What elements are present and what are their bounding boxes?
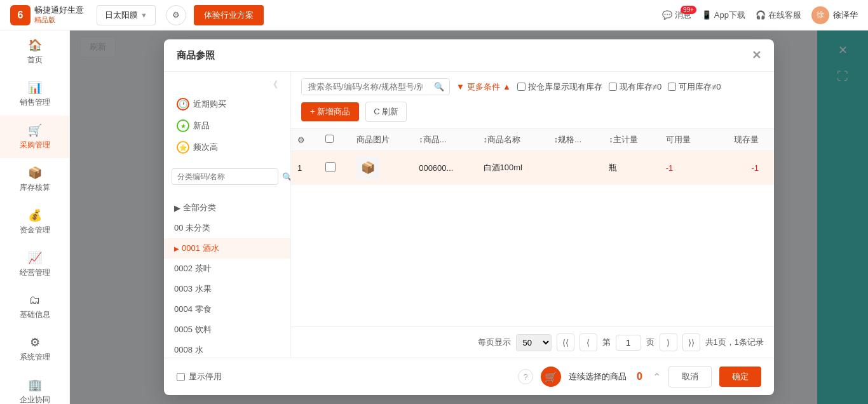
cart-button[interactable]: 🛒 bbox=[541, 367, 561, 387]
col-stock: 现存量 bbox=[710, 129, 774, 151]
more-filter-button[interactable]: ▼ 更多条件 ▲ bbox=[456, 81, 511, 93]
quick-filter-recent[interactable]: 🕐 近期购买 bbox=[172, 93, 283, 115]
confirm-button[interactable]: 确定 bbox=[719, 367, 761, 387]
show-disabled-checkbox[interactable]: 显示停用 bbox=[177, 371, 222, 382]
cat-item-tea[interactable]: 0002 茶叶 bbox=[164, 259, 290, 279]
category-search-icon[interactable]: 🔍 bbox=[282, 172, 291, 182]
cat-item-uncategorized[interactable]: 00 未分类 bbox=[164, 218, 290, 238]
row-image: 📦 bbox=[350, 151, 412, 185]
quick-filter-frequent[interactable]: ⭐ 频次高 bbox=[172, 137, 283, 158]
notification-badge: 99+ bbox=[681, 6, 696, 14]
row-unit: 瓶 bbox=[602, 151, 659, 185]
row-name: 白酒100ml bbox=[477, 151, 548, 185]
system-icon: ⚙ bbox=[30, 335, 40, 349]
sidebar-item-home[interactable]: 🏠 首页 bbox=[0, 30, 69, 73]
show-disabled-input[interactable] bbox=[177, 373, 185, 381]
cat-label-0005: 0005 饮料 bbox=[174, 324, 212, 335]
quick-filter-new[interactable]: ★ 新品 bbox=[172, 115, 283, 137]
enterprise-icon: 🏢 bbox=[28, 378, 42, 392]
product-search-input[interactable] bbox=[302, 79, 429, 95]
nav-selector[interactable]: 日太阳膜 ▼ bbox=[97, 5, 156, 25]
refresh-button[interactable]: C 刷新 bbox=[365, 102, 407, 122]
sidebar-label-home: 首页 bbox=[27, 55, 43, 65]
prev-page-button[interactable]: ⟨ bbox=[580, 333, 597, 351]
per-page-select[interactable]: 10 20 50 100 bbox=[516, 334, 552, 351]
sidebar-item-enterprise[interactable]: 🏢 企业协同 bbox=[0, 370, 69, 404]
next-page-button[interactable]: ⟩ bbox=[660, 333, 677, 351]
cart-label: 连续选择的商品 bbox=[569, 371, 627, 382]
page-input[interactable] bbox=[616, 335, 641, 351]
collapse-footer-button[interactable]: ⌃ bbox=[653, 371, 661, 383]
sidebar-item-purchase[interactable]: 🛒 采购管理 bbox=[0, 116, 69, 158]
col-name[interactable]: ↕商品名称 bbox=[477, 129, 548, 151]
online-service-button[interactable]: 🎧 在线客服 bbox=[756, 10, 801, 21]
modal-body: 《 🕐 近期购买 ★ 新品 ⭐ 频次高 bbox=[164, 72, 774, 358]
checkbox-available-input[interactable] bbox=[668, 83, 676, 91]
add-product-button[interactable]: + 新增商品 bbox=[301, 102, 359, 121]
row-checkbox[interactable] bbox=[319, 151, 350, 185]
user-menu[interactable]: 徐 徐泽华 bbox=[811, 6, 858, 24]
app-download-button[interactable]: 📱 App下载 bbox=[702, 10, 745, 21]
new-label: 新品 bbox=[193, 120, 210, 131]
modal-header: 商品参照 ✕ bbox=[164, 39, 774, 72]
sidebar-item-inventory[interactable]: 📦 库存核算 bbox=[0, 158, 69, 201]
cat-label-0002: 0002 茶叶 bbox=[174, 263, 212, 274]
app-download-label: App下载 bbox=[714, 10, 745, 21]
cat-arrow-icon: ▶ bbox=[174, 245, 179, 252]
help-button[interactable]: ? bbox=[518, 369, 533, 384]
cat-label-0001: 0001 酒水 bbox=[182, 243, 219, 254]
modal-right-panel: 🔍 ▼ 更多条件 ▲ 按仓库显示现有库存 bbox=[291, 72, 774, 358]
page-label: 第 bbox=[602, 337, 611, 348]
cat-item-beverage[interactable]: 0005 饮料 bbox=[164, 320, 290, 340]
cat-item-fruit[interactable]: 0003 水果 bbox=[164, 279, 290, 299]
sidebar-item-finance[interactable]: 💰 资金管理 bbox=[0, 201, 69, 243]
sidebar-item-basic-info[interactable]: 🗂 基础信息 bbox=[0, 286, 69, 328]
sidebar-label-basic: 基础信息 bbox=[20, 309, 50, 320]
select-all-checkbox[interactable] bbox=[325, 135, 334, 143]
cancel-button[interactable]: 取消 bbox=[668, 366, 712, 387]
table-header: ⚙ 商品图片 ↕商品... ↕商品名称 ↕规格... ↕主计量 可用量 现存量 bbox=[291, 129, 774, 151]
col-image: 商品图片 bbox=[350, 129, 412, 151]
modal-close-button[interactable]: ✕ bbox=[752, 48, 761, 62]
checkbox-warehouse-input[interactable] bbox=[517, 83, 526, 91]
edition-label: 精品版 bbox=[34, 15, 84, 25]
col-settings[interactable]: ⚙ bbox=[291, 129, 319, 151]
experience-button[interactable]: 体验行业方案 bbox=[194, 5, 264, 25]
service-label: 在线客服 bbox=[768, 10, 801, 21]
page-suffix: 页 bbox=[646, 337, 654, 348]
cat-item-water[interactable]: 0008 水 bbox=[164, 340, 290, 358]
sidebar-label-purchase: 采购管理 bbox=[20, 140, 50, 151]
table-row[interactable]: 1 📦 000600... 白酒100ml 瓶 -1 bbox=[291, 151, 774, 185]
collapse-left-button[interactable]: 《 bbox=[269, 79, 278, 91]
sidebar-label-enterprise: 企业协同 bbox=[20, 394, 50, 404]
col-checkbox[interactable] bbox=[319, 129, 350, 151]
message-button[interactable]: 💬 消息 99+ bbox=[662, 10, 691, 21]
category-search-input[interactable] bbox=[172, 168, 278, 185]
last-page-button[interactable]: ⟩⟩ bbox=[682, 333, 700, 351]
sidebar-item-system[interactable]: ⚙ 系统管理 bbox=[0, 328, 69, 370]
checkbox1-label: 按仓库显示现有库存 bbox=[528, 81, 602, 93]
logo-area[interactable]: 6 畅捷通好生意 精品版 bbox=[10, 5, 84, 25]
col-code[interactable]: ↕商品... bbox=[412, 129, 477, 151]
first-page-button[interactable]: ⟨⟨ bbox=[557, 333, 574, 351]
gear-button[interactable]: ⚙ bbox=[166, 5, 186, 25]
message-icon: 💬 bbox=[662, 10, 672, 20]
cat-item-snack[interactable]: 0004 零食 bbox=[164, 299, 290, 320]
col-unit[interactable]: ↕主计量 bbox=[602, 129, 659, 151]
checkbox-warehouse-stock[interactable]: 按仓库显示现有库存 bbox=[517, 81, 602, 93]
filter-icon: ▼ bbox=[456, 82, 465, 91]
cat-item-all[interactable]: ▶ 全部分类 bbox=[164, 198, 290, 218]
cat-item-liquor[interactable]: ▶ 0001 酒水 bbox=[164, 238, 290, 259]
checkbox-nonzero-stock[interactable]: 现有库存≠0 bbox=[609, 81, 661, 93]
chevron-up-icon: ▲ bbox=[503, 82, 511, 91]
sidebar-item-sales[interactable]: 📊 销售管理 bbox=[0, 73, 69, 116]
per-page-label: 每页显示 bbox=[478, 337, 511, 348]
checkbox-available-stock[interactable]: 可用库存≠0 bbox=[668, 81, 721, 93]
product-search-button[interactable]: 🔍 bbox=[429, 79, 449, 95]
checkbox-nonzero-input[interactable] bbox=[609, 83, 617, 91]
product-thumbnail: 📦 bbox=[356, 156, 379, 179]
modal-overlay: 商品参照 ✕ 《 🕐 近期购买 ★ bbox=[70, 30, 868, 404]
row-select-checkbox[interactable] bbox=[325, 162, 336, 172]
sidebar-item-operations[interactable]: 📈 经营管理 bbox=[0, 243, 69, 286]
col-spec[interactable]: ↕规格... bbox=[548, 129, 603, 151]
